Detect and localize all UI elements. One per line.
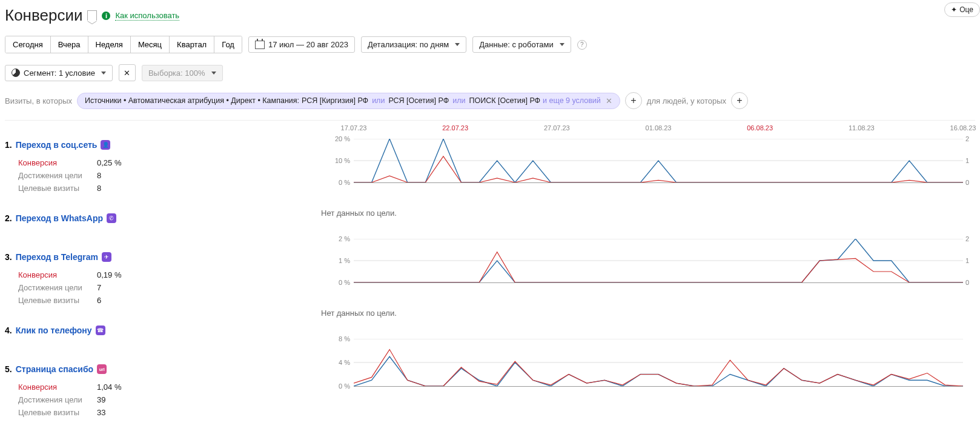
phone-icon: ☎ (96, 326, 105, 335)
y-axis-label-left: 0 % (323, 179, 350, 186)
goal-title-link[interactable]: Переход в Telegram (16, 252, 98, 262)
period-button-group: СегодняВчераНеделяМесяцКварталГод (5, 36, 242, 53)
visits-filter-label: Визиты, в которых (5, 96, 72, 105)
help-icon[interactable]: ? (577, 40, 587, 50)
chip-more: и еще 9 условий (543, 96, 601, 105)
chevron-down-icon (211, 72, 216, 75)
goal-block: 5.Страница спасибоurlКонверсия1,04 %Дост… (5, 364, 320, 424)
chart-block: 0 %4 %8 % (320, 339, 975, 398)
stat-value: 7 (97, 282, 101, 295)
date-tick: 11.08.23 (849, 124, 875, 132)
goal-number: 5. (5, 364, 12, 374)
stat-label: Целевые визиты (18, 295, 97, 307)
stat-value: 8 (97, 170, 101, 182)
y-axis-label-right: 1 (965, 157, 974, 164)
date-range-picker[interactable]: 17 июл — 20 авг 2023 (248, 36, 355, 53)
date-tick: 22.07.23 (442, 124, 468, 132)
goal-title-link[interactable]: Клик по телефону (16, 326, 92, 335)
stat-label: Достижения цели (18, 282, 97, 295)
date-axis: 17.07.2322.07.2327.07.2301.08.2306.08.23… (354, 124, 963, 139)
goal-stats: Конверсия1,04 %Достижения цели39Целевые … (18, 381, 320, 419)
detail-dropdown[interactable]: Детализация: по дням (361, 36, 466, 53)
stat-value: 1,04 % (97, 381, 121, 394)
stat-value: 6 (97, 295, 101, 307)
chart-block: Нет данных по цели. (320, 306, 975, 328)
y-axis-label-left: 0 % (323, 382, 350, 390)
y-axis-label-right: 2 (965, 135, 974, 142)
stat-value: 0,19 % (97, 269, 121, 282)
chip-part-3: ПОИСК [Осетия] РФ (469, 96, 541, 105)
period-button-0[interactable]: Сегодня (5, 36, 51, 53)
y-axis-label-left: 8 % (323, 335, 350, 342)
goal-number: 3. (5, 252, 12, 262)
chart: 0 %10 %20 %012 (354, 139, 963, 183)
period-button-2[interactable]: Неделя (88, 36, 131, 53)
y-axis-label-right: 1 (965, 257, 974, 264)
y-axis-label-left: 0 % (323, 279, 350, 286)
no-data-text: Нет данных по цели. (320, 206, 975, 230)
goal-block: 2.Переход в WhatsApp✆ (5, 213, 320, 235)
add-people-filter-button[interactable]: + (731, 92, 748, 109)
y-axis-label-right: 2 (965, 235, 974, 242)
stat-value: 0,25 % (97, 157, 121, 170)
no-data-text: Нет данных по цели. (320, 306, 975, 330)
chart-block: 0 %10 %20 %012 (320, 139, 975, 195)
data-dropdown[interactable]: Данные: с роботами (472, 36, 571, 53)
chip-or: или (451, 96, 466, 105)
chip-remove-icon[interactable]: ✕ (606, 96, 612, 105)
date-tick: 06.08.23 (747, 124, 773, 132)
date-tick: 27.07.23 (544, 124, 570, 132)
date-tick: 16.08.23 (950, 124, 976, 132)
stat-label: Достижения цели (18, 394, 97, 407)
goal-stats: Конверсия0,25 %Достижения цели8Целевые в… (18, 157, 320, 195)
stat-value: 33 (97, 407, 105, 419)
y-axis-label-left: 20 % (323, 135, 350, 142)
period-button-4[interactable]: Квартал (170, 36, 214, 53)
chart-block: 0 %1 %2 %012 (320, 239, 975, 295)
period-button-5[interactable]: Год (214, 36, 242, 53)
period-button-3[interactable]: Месяц (131, 36, 170, 53)
rate-label: Оце (959, 5, 973, 14)
chart: 0 %4 %8 % (354, 339, 963, 387)
filter-chip[interactable]: Источники • Автоматическая атрибуция • Д… (77, 93, 620, 109)
date-tick: 01.08.23 (646, 124, 672, 132)
stat-label: Конверсия (18, 381, 97, 394)
chip-part-2: РСЯ [Осетия] РФ (388, 96, 449, 105)
y-axis-label-left: 10 % (323, 157, 350, 164)
goal-title-link[interactable]: Переход в соц.сеть (16, 140, 98, 150)
y-axis-label-right: 0 (965, 279, 974, 286)
stat-label: Конверсия (18, 269, 97, 282)
goal-title-link[interactable]: Страница спасибо (16, 364, 93, 374)
segment-label: Сегмент: 1 условие (24, 68, 95, 78)
goal-block: 3.Переход в Telegram✈Конверсия0,19 %Дост… (5, 252, 320, 309)
pie-icon (12, 68, 20, 77)
date-tick: 17.07.23 (341, 124, 367, 132)
data-label: Данные: с роботами (479, 40, 553, 49)
goal-number: 4. (5, 326, 12, 335)
add-visit-filter-button[interactable]: + (625, 92, 642, 109)
separator (5, 120, 975, 121)
how-to-use-link[interactable]: Как использовать (115, 11, 179, 21)
clear-segment-button[interactable]: ✕ (119, 64, 136, 81)
chart-block: Нет данных по цели. (320, 206, 975, 228)
sample-dropdown-disabled: Выборка: 100% (142, 65, 223, 81)
y-axis-label-left: 4 % (323, 359, 350, 366)
close-icon: ✕ (124, 68, 130, 78)
period-button-1[interactable]: Вчера (51, 36, 88, 53)
whatsapp-icon: ✆ (107, 213, 116, 223)
goal-title-link[interactable]: Переход в WhatsApp (16, 213, 103, 223)
goal-block: 4.Клик по телефону☎ (5, 326, 320, 347)
chevron-down-icon (560, 43, 564, 46)
chip-prefix: Источники • Автоматическая атрибуция • Д… (85, 96, 299, 105)
goal-stats: Конверсия0,19 %Достижения цели7Целевые в… (18, 269, 320, 307)
url-icon: url (97, 364, 107, 374)
people-filter-label: для людей, у которых (647, 96, 726, 105)
rate-button[interactable]: ✦ Оце (944, 2, 980, 17)
telegram-icon: ✈ (102, 252, 111, 262)
bookmark-icon[interactable] (87, 10, 97, 21)
y-axis-label-right: 0 (965, 179, 974, 186)
stat-value: 8 (97, 182, 101, 195)
segment-dropdown[interactable]: Сегмент: 1 условие (5, 65, 113, 81)
detail-label: Детализация: по дням (368, 40, 449, 49)
stat-label: Достижения цели (18, 170, 97, 182)
